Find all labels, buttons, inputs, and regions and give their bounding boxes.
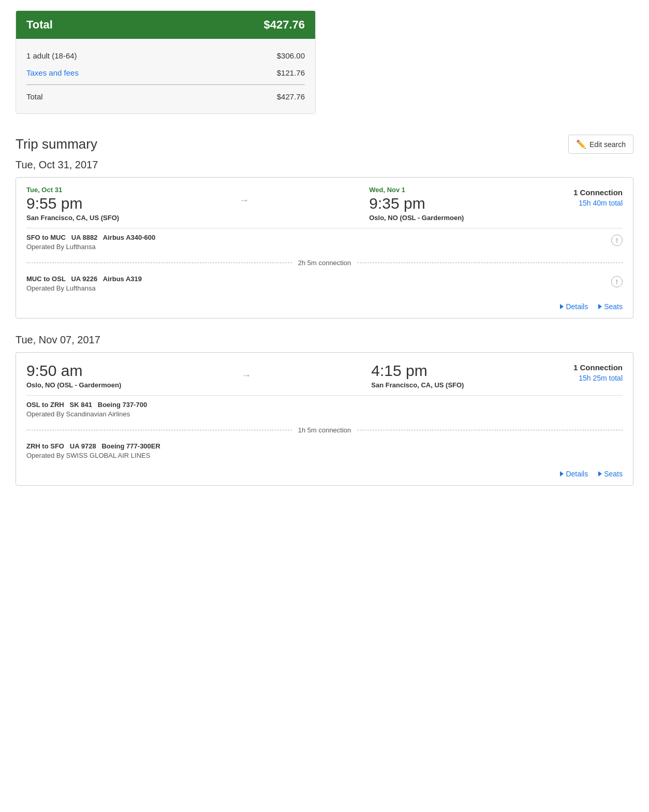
grand-total-row: Total $427.76	[26, 88, 305, 105]
flight-2-segment-2-info: ZRH to SFO UA 9728 Boeing 777-300ER Oper…	[26, 442, 623, 459]
flight-1-arrive-time: 9:35 pm	[369, 195, 464, 212]
flight-2-seg1-route: OSL to ZRH	[26, 401, 64, 409]
flight-2-arrive-city: San Francisco, CA, US (SFO)	[371, 381, 464, 389]
flight-1-seg2-operated: Operated By Lufthansa	[26, 284, 606, 292]
flight-1-connection-text: 2h 5m connection	[292, 259, 358, 267]
flight-1-arrive-date: Wed, Nov 1	[369, 186, 464, 194]
flight-2-connection-text: 1h 5m connection	[292, 426, 358, 434]
grand-total-label: Total	[26, 92, 43, 101]
flight-1-connection-info: 1 Connection 15h 40m total	[573, 186, 623, 207]
flight-1-details-link[interactable]: Details	[560, 302, 588, 311]
dashed-line-left-1	[26, 263, 292, 263]
flight-2-times-row: 9:50 am Oslo, NO (OSL - Gardermoen) → 4:…	[26, 361, 623, 389]
flight-2-depart-time: 9:50 am	[26, 362, 121, 379]
trip-summary-header: Trip summary ✏️ Edit search	[16, 135, 633, 154]
flight-2-arrive-time: 4:15 pm	[371, 362, 464, 379]
total-label: Total	[26, 18, 53, 32]
flight-1-depart-date: Tue, Oct 31	[26, 186, 119, 194]
flight-2-seg2-main: ZRH to SFO UA 9728 Boeing 777-300ER	[26, 442, 623, 450]
flight-2-actions: Details Seats	[16, 465, 633, 485]
taxes-price-row: Taxes and fees $121.76	[26, 64, 305, 81]
flight-2-connection-info: 1 Connection 15h 25m total	[573, 361, 623, 382]
flight-1-seg2-route: MUC to OSL	[26, 275, 66, 283]
flight-1-arrow-icon: →	[229, 194, 260, 206]
flight-2-seg1-main: OSL to ZRH SK 841 Boeing 737-700	[26, 401, 623, 409]
flight-1-segment-1-info: SFO to MUC UA 8882 Airbus A340-600 Opera…	[26, 234, 606, 251]
flight-1-arrive: Wed, Nov 1 9:35 pm Oslo, NO (OSL - Garde…	[369, 186, 464, 222]
flight-1-seg1-main: SFO to MUC UA 8882 Airbus A340-600	[26, 234, 606, 241]
flight-1-connection-count: 1 Connection	[573, 188, 623, 197]
price-card-header: Total $427.76	[16, 11, 315, 39]
flight-2-seg2-flight: UA 9728	[70, 442, 96, 450]
adult-price-row: 1 adult (18-64) $306.00	[26, 47, 305, 64]
flight-1-actions: Details Seats	[16, 297, 633, 318]
flight-1-seg2-aircraft: Airbus A319	[103, 275, 142, 283]
flight-1-seats-label: Seats	[604, 302, 623, 311]
flight-2-details-link[interactable]: Details	[560, 470, 588, 478]
flight-1-segment-2-info: MUC to OSL UA 9226 Airbus A319 Operated …	[26, 275, 606, 292]
flight-1-seg1-route: SFO to MUC	[26, 234, 66, 241]
flight-card-1-top: Tue, Oct 31 9:55 pm San Francisco, CA, U…	[16, 178, 633, 228]
flight-2-segment-1: OSL to ZRH SK 841 Boeing 737-700 Operate…	[16, 396, 633, 423]
flight-1-arrive-city: Oslo, NO (OSL - Gardermoen)	[369, 214, 464, 222]
price-divider	[26, 84, 305, 85]
flight-2-details-label: Details	[566, 470, 588, 478]
flight-1-seg1-aircraft: Airbus A340-600	[103, 234, 155, 241]
flight-2-seg1-operated: Operated By Scandinavian Airlines	[26, 410, 623, 418]
flight-2-arrive: 4:15 pm San Francisco, CA, US (SFO)	[371, 361, 464, 389]
flight-1-segment-1: SFO to MUC UA 8882 Airbus A340-600 Opera…	[16, 228, 633, 256]
flight-2-seg2-operated: Operated By SWISS GLOBAL AIR LINES	[26, 452, 623, 459]
flight-1-seg1-operated: Operated By Lufthansa	[26, 243, 606, 251]
flight-1-seg2-flight: UA 9226	[71, 275, 97, 283]
flight-2-seg1-aircraft: Boeing 737-700	[98, 401, 147, 409]
edit-search-button[interactable]: ✏️ Edit search	[568, 135, 633, 154]
flight-2-depart-city: Oslo, NO (OSL - Gardermoen)	[26, 381, 121, 389]
edit-search-label: Edit search	[589, 140, 626, 149]
flight-2-arrow-icon: →	[231, 369, 262, 381]
flight-2-seats-link[interactable]: Seats	[598, 470, 623, 478]
flight-2-seats-label: Seats	[604, 470, 623, 478]
trip-summary-title: Trip summary	[16, 136, 97, 152]
flight-2-seg1-flight: SK 841	[70, 401, 92, 409]
price-card-body: 1 adult (18-64) $306.00 Taxes and fees $…	[16, 39, 315, 113]
grand-total-amount: $427.76	[277, 92, 305, 101]
flight-2-seg2-aircraft: Boeing 777-300ER	[101, 442, 160, 450]
dashed-line-right-1	[357, 263, 623, 263]
flight-2-date-heading: Tue, Nov 07, 2017	[16, 334, 633, 346]
seats-triangle-icon	[598, 304, 602, 309]
flight-1-total-time: 15h 40m total	[579, 199, 623, 207]
price-summary-card: Total $427.76 1 adult (18-64) $306.00 Ta…	[16, 10, 316, 114]
adult-amount: $306.00	[277, 51, 305, 60]
taxes-amount: $121.76	[277, 68, 305, 77]
flight-2-depart: 9:50 am Oslo, NO (OSL - Gardermoen)	[26, 361, 121, 389]
flight-2-seg2-route: ZRH to SFO	[26, 442, 64, 450]
flight2-details-triangle-icon	[560, 471, 564, 476]
dashed-line-left-2	[26, 430, 292, 430]
flight2-seats-triangle-icon	[598, 471, 602, 476]
pencil-icon: ✏️	[576, 139, 586, 149]
flight-card-1: Tue, Oct 31 9:55 pm San Francisco, CA, U…	[16, 177, 633, 318]
flight-1-seg2-main: MUC to OSL UA 9226 Airbus A319	[26, 275, 606, 283]
total-amount: $427.76	[263, 18, 305, 32]
flight-card-2-top: 9:50 am Oslo, NO (OSL - Gardermoen) → 4:…	[16, 353, 633, 395]
flight-1-times-row: Tue, Oct 31 9:55 pm San Francisco, CA, U…	[26, 186, 623, 222]
dashed-line-right-2	[357, 430, 623, 430]
flight-1-seg2-warning-icon[interactable]: !	[611, 276, 623, 287]
taxes-label[interactable]: Taxes and fees	[26, 68, 79, 77]
flight-1-date-heading: Tue, Oct 31, 2017	[16, 159, 633, 171]
flight-1-seats-link[interactable]: Seats	[598, 302, 623, 311]
flight-1-seg1-warning-icon[interactable]: !	[611, 235, 623, 246]
flight-2-connection-count: 1 Connection	[573, 363, 623, 372]
adult-label: 1 adult (18-64)	[26, 51, 77, 60]
flight-1-depart-city: San Francisco, CA, US (SFO)	[26, 214, 119, 222]
flight-2-segment-2: ZRH to SFO UA 9728 Boeing 777-300ER Oper…	[16, 437, 633, 465]
flight-1-depart-time: 9:55 pm	[26, 195, 119, 212]
flight-2-total-time: 15h 25m total	[579, 374, 623, 382]
flight-card-2: 9:50 am Oslo, NO (OSL - Gardermoen) → 4:…	[16, 352, 633, 486]
flight-1-segment-2: MUC to OSL UA 9226 Airbus A319 Operated …	[16, 270, 633, 297]
flight-1-seg1-flight: UA 8882	[71, 234, 98, 241]
flight-1-depart: Tue, Oct 31 9:55 pm San Francisco, CA, U…	[26, 186, 119, 222]
flight-2-segment-1-info: OSL to ZRH SK 841 Boeing 737-700 Operate…	[26, 401, 623, 418]
flight-1-details-label: Details	[566, 302, 588, 311]
details-triangle-icon	[560, 304, 564, 309]
